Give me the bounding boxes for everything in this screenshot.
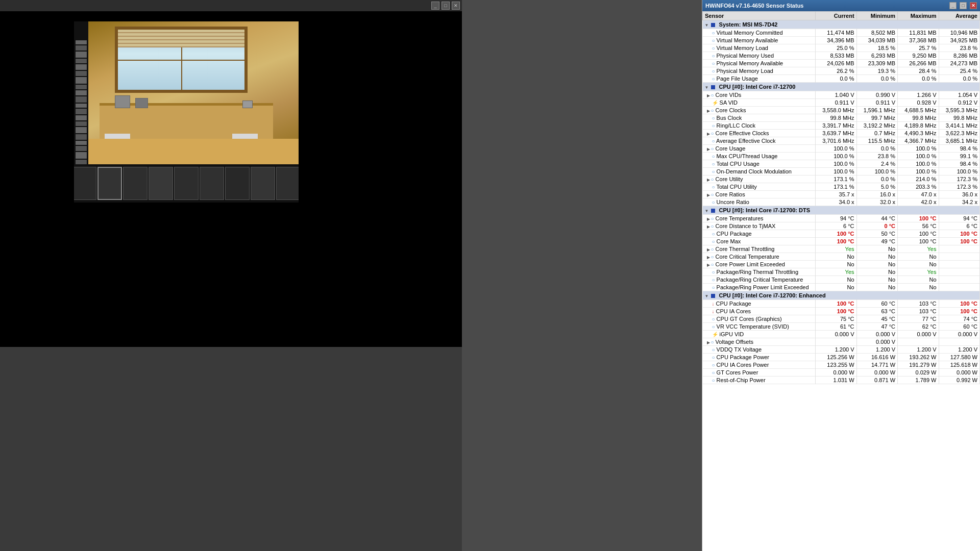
- table-row[interactable]: ▶○ Core Usage 100.0 % 0.0 % 100.0 % 98.4…: [703, 145, 980, 153]
- sensor-type-icon: ○: [712, 184, 715, 190]
- table-row[interactable]: ○ Max CPU/Thread Usage 100.0 % 23.8 % 10…: [703, 153, 980, 160]
- table-row[interactable]: ↓ CPU Package 100 °C 60 °C 103 °C 100 °C: [703, 300, 980, 308]
- table-row[interactable]: ○ Physical Memory Available 24,026 MB 23…: [703, 60, 980, 67]
- sensor-label-text: Page File Usage: [717, 76, 758, 82]
- table-row[interactable]: ○ Total CPU Usage 100.0 % 2.4 % 100.0 % …: [703, 160, 980, 168]
- row-expand-icon: ▶: [707, 132, 710, 136]
- sensor-label-text: On-Demand Clock Modulation: [717, 168, 792, 174]
- table-row[interactable]: ▶○ Core Critical Temperature No No No: [703, 253, 980, 261]
- sensor-current: Yes: [816, 245, 856, 253]
- sensor-label-text: VR VCC Temperature (SVID): [717, 323, 789, 330]
- table-row[interactable]: ○ VDDQ TX Voltage 1.200 V 1.200 V 1.200 …: [703, 346, 980, 354]
- sensor-label-text: Rest-of-Chip Power: [717, 377, 766, 383]
- sensor-minimum: 0.990 V: [856, 91, 897, 99]
- sensor-current: 123.255 W: [816, 361, 856, 369]
- table-row[interactable]: ▶○ Core Utility 173.1 % 0.0 % 214.0 % 17…: [703, 176, 980, 183]
- table-row[interactable]: ○ Bus Clock 99.8 MHz 99.7 MHz 99.8 MHz 9…: [703, 114, 980, 122]
- sensor-maximum: 26,266 MB: [898, 60, 939, 67]
- table-row[interactable]: ⚡ iGPU VID 0.000 V 0.000 V 0.000 V 0.000…: [703, 331, 980, 338]
- sensor-label-text: Total CPU Utility: [716, 184, 756, 190]
- media-maximize[interactable]: □: [442, 2, 450, 10]
- sensor-type-icon: ○: [712, 53, 715, 59]
- sensor-minimum: 49 °C: [856, 238, 897, 245]
- sensor-average: 125.618 W: [939, 361, 980, 369]
- sensor-minimum: 2.4 %: [856, 160, 897, 168]
- scroll-area[interactable]: Sensor Current Minimum Maximum Average ▼…: [702, 11, 980, 551]
- table-row[interactable]: ○ On-Demand Clock Modulation 100.0 % 100…: [703, 168, 980, 176]
- table-row[interactable]: ▶○ Core Power Limit Exceeded No No No: [703, 261, 980, 268]
- table-row[interactable]: ▶○ Voltage Offsets 0.000 V: [703, 338, 980, 346]
- minimize-button[interactable]: _: [949, 2, 957, 9]
- table-row[interactable]: ○ Total CPU Utility 173.1 % 5.0 % 203.3 …: [703, 183, 980, 191]
- table-row[interactable]: ○ Ring/LLC Clock 3,391.7 MHz 3,192.2 MHz…: [703, 122, 980, 130]
- sensor-minimum: 44 °C: [856, 215, 897, 222]
- table-row[interactable]: ○ GT Cores Power 0.000 W 0.000 W 0.029 W…: [703, 369, 980, 377]
- media-close[interactable]: ✕: [452, 2, 460, 10]
- table-row[interactable]: ▶○ Core VIDs 1.040 V 0.990 V 1.266 V 1.0…: [703, 91, 980, 99]
- sensor-maximum: 0.928 V: [898, 99, 939, 107]
- table-row[interactable]: ○ CPU Package 100 °C 50 °C 100 °C 100 °C: [703, 230, 980, 238]
- sensor-average: 0.992 W: [939, 377, 980, 384]
- table-row[interactable]: ▶○ Core Thermal Throttling Yes No Yes: [703, 245, 980, 253]
- table-row[interactable]: ○ CPU GT Cores (Graphics) 75 °C 45 °C 77…: [703, 315, 980, 323]
- sensor-current: 0.000 V: [816, 331, 856, 338]
- media-minimize[interactable]: _: [431, 2, 439, 10]
- sensor-name-cell: ○ Max CPU/Thread Usage: [703, 153, 816, 160]
- sensor-name-cell: ⚡ iGPU VID: [703, 331, 816, 338]
- table-row[interactable]: ○ CPU IA Cores Power 123.255 W 14.771 W …: [703, 361, 980, 369]
- maximize-button[interactable]: □: [960, 2, 967, 9]
- table-row[interactable]: ○ Average Effective Clock 3,701.6 MHz 11…: [703, 137, 980, 145]
- table-row[interactable]: ○ Package/Ring Thermal Throttling Yes No…: [703, 268, 980, 276]
- sensor-type-icon: ○: [712, 231, 715, 237]
- sensor-type-icon: ○: [712, 269, 715, 275]
- close-button[interactable]: ✕: [970, 2, 977, 9]
- sensor-name-cell: ○ On-Demand Clock Modulation: [703, 168, 816, 176]
- sensor-current: 6 °C: [816, 222, 856, 230]
- table-row[interactable]: ↓ CPU IA Cores 100 °C 63 °C 103 °C 100 °…: [703, 308, 980, 315]
- table-row[interactable]: ○ Physical Memory Used 8,533 MB 6,293 MB…: [703, 52, 980, 60]
- table-row[interactable]: ○ VR VCC Temperature (SVID) 61 °C 47 °C …: [703, 323, 980, 331]
- sensor-label-text: Core VIDs: [716, 92, 742, 98]
- sensor-maximum: 1.266 V: [898, 91, 939, 99]
- table-row[interactable]: ○ Page File Usage 0.0 % 0.0 % 0.0 % 0.0 …: [703, 75, 980, 83]
- table-row[interactable]: ○ Virtual Memory Committed 11,474 MB 8,5…: [703, 29, 980, 37]
- table-row[interactable]: ○ Virtual Memory Load 25.0 % 18.5 % 25.7…: [703, 44, 980, 52]
- sensor-maximum: 77 °C: [898, 315, 939, 323]
- sensor-name-cell: ○ VR VCC Temperature (SVID): [703, 323, 816, 331]
- table-row[interactable]: ○ Virtual Memory Available 34,396 MB 34,…: [703, 37, 980, 44]
- sensor-type-icon: ○: [712, 239, 715, 244]
- sensor-current: 100.0 %: [816, 160, 856, 168]
- table-row[interactable]: ○ Package/Ring Critical Temperature No N…: [703, 276, 980, 284]
- sensor-label-text: Total CPU Usage: [716, 161, 759, 167]
- sensor-type-icon: ○: [712, 68, 715, 74]
- sensor-type-icon: ○: [711, 223, 714, 229]
- table-row[interactable]: ⚡ SA VID 0.911 V 0.911 V 0.928 V 0.912 V: [703, 99, 980, 107]
- table-row[interactable]: ▶○ Core Effective Clocks 3,639.7 MHz 0.7…: [703, 130, 980, 137]
- table-row[interactable]: ▶○ Core Clocks 3,558.0 MHz 1,596.1 MHz 4…: [703, 107, 980, 114]
- sensor-name-cell: ▶○ Core Clocks: [703, 107, 816, 114]
- table-row[interactable]: ○ CPU Package Power 125.256 W 16.616 W 1…: [703, 354, 980, 361]
- table-row[interactable]: ○ Package/Ring Power Limit Exceeded No N…: [703, 284, 980, 291]
- sensor-average: 3,622.3 MHz: [939, 130, 980, 137]
- sensor-label-text: CPU Package Power: [717, 354, 769, 360]
- section-header-system[interactable]: ▼ System: MSI MS-7D42: [703, 20, 980, 29]
- table-row[interactable]: ▶○ Core Distance to TjMAX 6 °C 0 °C 56 °…: [703, 222, 980, 230]
- sensor-current: No: [816, 284, 856, 291]
- section-expand-icon-cpu_dts: ▼: [705, 209, 709, 213]
- section-header-cpu_enhanced[interactable]: ▼ CPU [#0]: Intel Core i7-12700: Enhance…: [703, 291, 980, 300]
- table-row[interactable]: ▶○ Core Temperatures 94 °C 44 °C 100 °C …: [703, 215, 980, 222]
- section-header-cpu_main[interactable]: ▼ CPU [#0]: Intel Core i7-12700: [703, 83, 980, 91]
- section-marker-cpu_dts: [711, 209, 715, 213]
- col-minimum: Minimum: [856, 12, 897, 20]
- table-row[interactable]: ○ Physical Memory Load 26.2 % 19.3 % 28.…: [703, 67, 980, 75]
- table-row[interactable]: ○ Core Max 100 °C 49 °C 100 °C 100 °C: [703, 238, 980, 245]
- sensor-type-icon: ○: [712, 76, 715, 82]
- table-row[interactable]: ○ Uncore Ratio 34.0 x 32.0 x 42.0 x 34.2…: [703, 198, 980, 206]
- table-row[interactable]: ▶○ Core Ratios 35.7 x 16.0 x 47.0 x 36.0…: [703, 191, 980, 198]
- sensor-maximum: 4,366.7 MHz: [898, 137, 939, 145]
- table-row[interactable]: ○ Rest-of-Chip Power 1.031 W 0.871 W 1.7…: [703, 377, 980, 384]
- sensor-minimum: 99.7 MHz: [856, 114, 897, 122]
- sensor-type-icon: ○: [711, 108, 714, 113]
- section-header-cpu_dts[interactable]: ▼ CPU [#0]: Intel Core i7-12700: DTS: [703, 206, 980, 215]
- sensor-type-icon: ○: [711, 246, 714, 252]
